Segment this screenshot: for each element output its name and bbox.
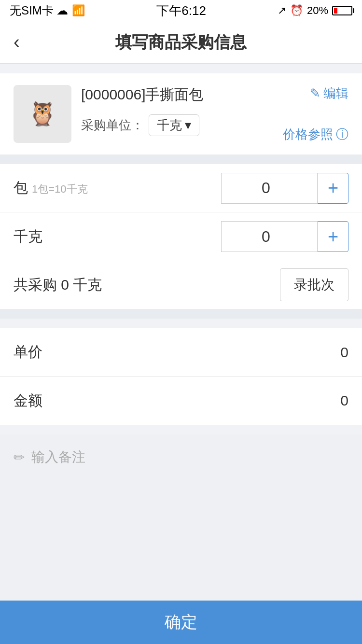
unit-price-value: 0 xyxy=(340,344,348,361)
bao-sub-label: 1包=10千克 xyxy=(32,182,88,196)
input-section: 包 1包=10千克 + 千克 + xyxy=(0,164,362,261)
bao-add-button[interactable]: + xyxy=(318,173,348,204)
kg-label-text: 千克 xyxy=(14,227,42,247)
unit-label: 采购单位： xyxy=(81,117,144,134)
summary-text: 共采购 0 千克 xyxy=(14,275,102,295)
confirm-button[interactable]: 确定 xyxy=(0,601,362,644)
section-divider-2 xyxy=(0,309,362,319)
price-section: 单价 0 金额 0 xyxy=(0,328,362,425)
price-ref-button[interactable]: 价格参照 ⓘ xyxy=(283,126,348,143)
unit-price-label: 单价 xyxy=(14,342,42,362)
status-time: 下午6:12 xyxy=(156,2,206,19)
note-placeholder: 输入备注 xyxy=(31,448,85,466)
amount-row: 金额 0 xyxy=(0,377,362,425)
product-image: 🦉 xyxy=(14,85,71,143)
bao-input-group: + xyxy=(221,173,348,204)
battery-percent: 20% xyxy=(307,4,328,17)
alarm-icon: ⏰ xyxy=(290,4,303,17)
bao-input-row: 包 1包=10千克 + xyxy=(0,164,362,212)
chevron-down-icon: ▾ xyxy=(185,118,191,133)
bao-label: 包 1包=10千克 xyxy=(14,178,88,198)
amount-label: 金额 xyxy=(14,391,42,411)
kg-label: 千克 xyxy=(14,227,42,247)
note-section[interactable]: ✏ 输入备注 xyxy=(0,434,362,480)
pencil-icon: ✏ xyxy=(14,449,25,465)
kg-input-group: + xyxy=(221,221,348,252)
price-ref-label: 价格参照 xyxy=(283,126,333,143)
product-name: [0000006]手撕面包 xyxy=(81,85,348,105)
section-divider-1 xyxy=(0,154,362,164)
unit-price-row: 单价 0 xyxy=(0,328,362,377)
unit-dropdown[interactable]: 千克 ▾ xyxy=(149,114,199,136)
wifi-icon: 📶 xyxy=(72,4,85,17)
no-sim-label: 无SIM卡 ☁ xyxy=(10,3,68,18)
back-button[interactable]: ‹ xyxy=(14,32,20,53)
edit-button[interactable]: ✎ 编辑 xyxy=(310,85,348,102)
summary-row: 共采购 0 千克 录批次 xyxy=(0,261,362,309)
kg-add-button[interactable]: + xyxy=(318,221,348,252)
page-title: 填写商品采购信息 xyxy=(115,31,247,54)
unit-value: 千克 xyxy=(157,117,182,134)
location-icon: ↗ xyxy=(278,4,286,17)
bao-label-text: 包 xyxy=(14,178,28,198)
edit-icon: ✎ xyxy=(310,86,320,101)
kg-input-row: 千克 + xyxy=(0,212,362,261)
product-owl-icon: 🦉 xyxy=(28,100,57,127)
product-card: 🦉 [0000006]手撕面包 采购单位： 千克 ▾ ✎ 编辑 价格参照 ⓘ xyxy=(0,73,362,154)
edit-label: 编辑 xyxy=(323,85,348,102)
status-bar: 无SIM卡 ☁ 📶 下午6:12 ↗ ⏰ 20% xyxy=(0,0,362,21)
info-icon: ⓘ xyxy=(336,126,348,143)
amount-value: 0 xyxy=(340,392,348,409)
batch-button[interactable]: 录批次 xyxy=(280,268,348,301)
nav-bar: ‹ 填写商品采购信息 xyxy=(0,21,362,64)
confirm-btn-wrapper: 确定 xyxy=(0,601,362,644)
bao-quantity-input[interactable] xyxy=(221,173,318,204)
status-right: ↗ ⏰ 20% xyxy=(278,4,352,17)
battery-icon xyxy=(332,6,352,15)
kg-quantity-input[interactable] xyxy=(221,221,318,252)
status-left: 无SIM卡 ☁ 📶 xyxy=(10,3,85,18)
